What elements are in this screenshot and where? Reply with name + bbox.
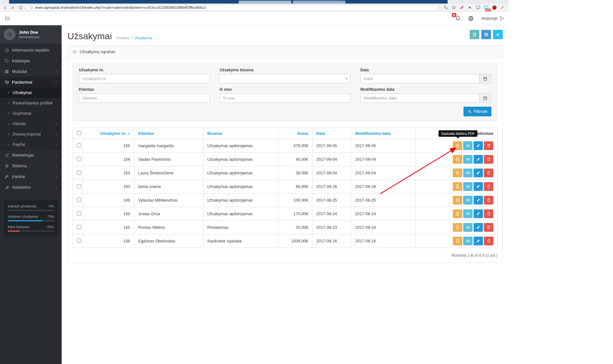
modified-date-picker-button[interactable] [479, 93, 491, 103]
monitor-extension-icon[interactable] [475, 5, 481, 10]
order-status-select[interactable] [220, 74, 351, 83]
delete-order-button[interactable] [484, 141, 493, 150]
browser-tab[interactable]: × [293, 1, 345, 4]
view-order-button[interactable] [463, 169, 473, 177]
sidebar-subitem-paypal[interactable]: PayPal [0, 139, 62, 150]
invoice-pdf-button[interactable] [453, 182, 462, 191]
notifications-button[interactable]: 0 [455, 16, 461, 21]
storefront-button[interactable] [468, 16, 474, 21]
sidebar-item-sales[interactable]: Pardavimai [0, 77, 62, 88]
invoice-pdf-button[interactable] [453, 237, 462, 245]
row-checkbox[interactable] [77, 143, 81, 147]
invoice-pdf-button[interactable] [453, 141, 462, 150]
ip-extension-icon[interactable]: IP, [467, 5, 473, 10]
edit-extension-icon[interactable] [499, 5, 505, 10]
session-extension-icon[interactable] [491, 5, 497, 10]
view-order-button[interactable] [463, 196, 473, 205]
invoice-pdf-button[interactable] [453, 223, 462, 232]
sidebar-item-dashboard[interactable]: Informacinis skydelis [0, 45, 62, 55]
bookmark-star-icon[interactable] [451, 5, 457, 10]
delete-order-button[interactable] [484, 169, 493, 177]
back-button[interactable] [2, 5, 8, 11]
menu-toggle-button[interactable] [5, 16, 10, 21]
customer-input[interactable] [79, 93, 210, 103]
select-all-checkbox[interactable] [77, 131, 81, 135]
sidebar-item-catalog[interactable]: Katalogas [0, 55, 62, 66]
extensions-bar: IP, New [441, 5, 507, 10]
edit-order-button[interactable] [474, 209, 483, 218]
edit-order-button[interactable] [474, 237, 483, 245]
sidebar-subitem-recurring-profiles[interactable]: Pasikartojantys profiliai [0, 98, 62, 108]
edit-order-button[interactable] [474, 223, 483, 232]
user-profile[interactable]: John Doe Administrator [0, 25, 62, 43]
date-picker-button[interactable] [479, 74, 491, 83]
delete-order-button[interactable] [484, 182, 493, 191]
sort-customer[interactable]: Klientas [138, 131, 154, 136]
colorpicker-extension-icon[interactable] [459, 5, 465, 10]
sidebar-item-marketing[interactable]: Marketingas [0, 150, 62, 160]
add-order-button[interactable] [493, 30, 503, 39]
sidebar-item-system[interactable]: Sistema [0, 160, 62, 171]
row-checkbox[interactable] [77, 239, 81, 243]
filter-button[interactable]: Filtruoti [463, 107, 491, 116]
sidebar-subitem-gift-vouchers[interactable]: Dovanų kuponai [0, 129, 62, 139]
sidebar-subitem-orders[interactable]: Užsakymai [0, 88, 62, 98]
cell-date: 2017-08-25 [312, 194, 351, 207]
edit-order-button[interactable] [474, 141, 483, 150]
delete-order-button[interactable] [484, 209, 493, 218]
invoice-pdf-button[interactable] [453, 169, 462, 177]
view-order-button[interactable] [463, 209, 473, 218]
sort-date[interactable]: Data [316, 131, 325, 136]
sort-modified[interactable]: Modifikavimo data [355, 131, 391, 136]
delete-order-button[interactable] [484, 155, 493, 164]
breadcrumb-current[interactable]: Užsakymai [134, 36, 152, 40]
edit-order-button[interactable] [474, 182, 483, 191]
row-checkbox[interactable] [77, 170, 81, 175]
sidebar-subitem-returns[interactable]: Grąžinimai [0, 108, 62, 119]
sort-total[interactable]: Suma [297, 131, 308, 136]
row-checkbox[interactable] [77, 198, 81, 202]
row-checkbox[interactable] [77, 225, 81, 229]
view-order-button[interactable] [463, 223, 473, 232]
delete-order-button[interactable] [484, 223, 493, 232]
sidebar-item-tools[interactable]: Įrankiai [0, 171, 62, 182]
tab-close-icon[interactable]: × [343, 0, 344, 2]
edit-order-button[interactable] [474, 155, 483, 164]
livereload-extension-icon[interactable]: New [483, 5, 489, 10]
forward-button[interactable] [10, 5, 16, 11]
print-shipping-list-button[interactable] [481, 30, 491, 39]
date-input[interactable] [360, 74, 479, 83]
breadcrumb-home[interactable]: Pradžia [116, 36, 129, 40]
edit-order-button[interactable] [474, 196, 483, 205]
row-checkbox[interactable] [77, 184, 81, 188]
invoice-pdf-button[interactable] [453, 155, 462, 164]
invoice-pdf-button[interactable] [453, 196, 462, 205]
address-bar[interactable]: www.agregatai.lt/siteadmin14/index.php?r… [27, 5, 439, 11]
invoice-pdf-button[interactable] [453, 209, 462, 218]
modified-date-input[interactable] [360, 93, 479, 103]
logout-button[interactable]: Atsijungti [481, 16, 504, 21]
view-order-button[interactable] [463, 237, 473, 245]
sidebar-item-modules[interactable]: Moduliai [0, 66, 62, 77]
view-order-button[interactable] [463, 141, 473, 150]
edit-order-button[interactable] [474, 169, 483, 177]
row-checkbox[interactable] [77, 157, 81, 161]
delete-order-button[interactable] [484, 237, 493, 245]
cell-status: Užsakymas apdorojamas [203, 207, 279, 221]
file-pdf-icon [455, 239, 460, 243]
reload-button[interactable] [18, 5, 24, 11]
print-invoice-button[interactable] [470, 30, 479, 39]
sidebar-item-reports[interactable]: Ataskaitos [0, 182, 62, 193]
total-input[interactable] [220, 93, 351, 103]
view-order-button[interactable] [463, 182, 473, 191]
order-nr-input[interactable] [79, 74, 210, 83]
sort-status[interactable]: Būsena [207, 131, 222, 136]
delete-order-button[interactable] [484, 196, 493, 205]
sort-order-nr[interactable]: Užsakymo nr. ▲ [100, 131, 130, 136]
sidebar-subitem-customers[interactable]: Klientai [0, 119, 62, 129]
row-checkbox[interactable] [77, 211, 81, 216]
browser-tab[interactable] [239, 1, 291, 4]
page-info-icon[interactable] [29, 6, 33, 9]
translate-icon[interactable] [443, 5, 449, 10]
view-order-button[interactable] [463, 155, 473, 164]
